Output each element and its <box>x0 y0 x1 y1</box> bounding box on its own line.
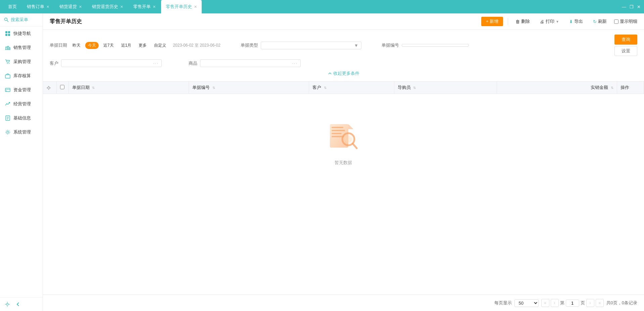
col-doc-date[interactable]: 单据日期 ⇅ <box>68 82 189 94</box>
svg-rect-3 <box>8 31 10 33</box>
sidebar-item-sales-label: 销售管理 <box>13 45 31 51</box>
sidebar-collapse-btn[interactable] <box>15 302 21 307</box>
sidebar-item-purchase-mgmt[interactable]: 采购管理 <box>0 55 43 69</box>
display-detail-checkbox[interactable] <box>614 19 618 24</box>
doc-no-input[interactable] <box>402 44 469 47</box>
system-icon <box>5 129 11 135</box>
first-page-btn[interactable]: « <box>541 299 549 307</box>
col-settings[interactable] <box>43 82 56 94</box>
col-settings-icon <box>46 86 51 90</box>
page-di-label: 第 <box>560 300 564 306</box>
add-button[interactable]: + 新增 <box>481 17 503 26</box>
tab-roh-close[interactable]: ✕ <box>194 5 197 9</box>
col-customer[interactable]: 客户 ⇅ <box>309 82 394 94</box>
sidebar-item-basic-info[interactable]: 基础信息 <box>0 111 43 125</box>
sort-customer[interactable]: ⇅ <box>324 86 327 90</box>
pagination-nav: « ‹ 第 页 › » <box>541 299 604 307</box>
sales-mgmt-icon <box>5 45 11 51</box>
tab-retail-open[interactable]: 零售开单 ✕ <box>129 0 160 13</box>
tab-sales-order-close[interactable]: ✕ <box>46 5 49 9</box>
toolbar: + 新增 🗑 删除 🖨 打印 ▼ ⬇ 导出 ↻ 刷新 <box>481 17 637 26</box>
sidebar: 搜索采单 快捷导航 销售管理 采购管理 库存核算 <box>0 13 43 311</box>
prev-page-btn[interactable]: ‹ <box>551 299 559 307</box>
print-icon: 🖨 <box>540 19 544 24</box>
tab-ro-label: 零售开单 <box>133 4 151 10</box>
minimize-btn[interactable]: — <box>622 4 626 9</box>
svg-line-27 <box>353 144 357 148</box>
tab-sales-return-close[interactable]: ✕ <box>79 5 82 9</box>
date-btn-more[interactable]: 更多 <box>136 42 149 49</box>
per-page-select[interactable]: 50 10 20 100 <box>514 299 539 307</box>
sidebar-item-sales-mgmt[interactable]: 销售管理 <box>0 41 43 55</box>
col-amount-label: 实销金额 <box>591 85 608 90</box>
tab-ro-close[interactable]: ✕ <box>153 5 156 9</box>
sidebar-search[interactable]: 搜索采单 <box>0 13 43 27</box>
svg-point-19 <box>48 87 50 89</box>
svg-rect-5 <box>8 34 10 36</box>
last-page-btn[interactable]: » <box>596 299 604 307</box>
collapse-bar[interactable]: 收起更多条件 <box>50 70 637 76</box>
svg-point-7 <box>7 63 8 64</box>
goods-input[interactable]: ··· <box>200 59 301 67</box>
doc-type-filter-group: 单据类型 ▼ <box>241 42 361 49</box>
sort-guide[interactable]: ⇅ <box>413 86 416 90</box>
query-button[interactable]: 查询 <box>614 35 637 45</box>
doc-type-select[interactable]: ▼ <box>261 42 361 49</box>
date-btn-7days[interactable]: 近7天 <box>101 42 116 49</box>
print-button[interactable]: 🖨 打印 ▼ <box>537 17 562 26</box>
tab-home[interactable]: 首页 <box>3 0 21 13</box>
sidebar-item-inventory[interactable]: 库存核算 <box>0 69 43 83</box>
sort-amount[interactable]: ⇅ <box>611 86 613 90</box>
tab-srh-close[interactable]: ✕ <box>120 5 123 9</box>
col-doc-no[interactable]: 单据编号 ⇅ <box>189 82 309 94</box>
svg-rect-10 <box>5 88 10 92</box>
date-options: 昨天 今天 近7天 近1月 更多 自定义 <box>70 42 169 49</box>
tab-home-label: 首页 <box>8 4 17 10</box>
main-layout: 搜索采单 快捷导航 销售管理 采购管理 库存核算 <box>0 13 644 311</box>
tab-sales-return[interactable]: 销货退货 ✕ <box>55 0 87 13</box>
pagination-total: 共0页，0条记录 <box>606 300 637 306</box>
col-guide[interactable]: 导购员 ⇅ <box>394 82 497 94</box>
svg-rect-9 <box>5 75 10 78</box>
settings-button[interactable]: 设置 <box>614 46 637 56</box>
goods-label: 商品 <box>189 60 197 66</box>
page-header: 零售开单历史 + 新增 🗑 删除 🖨 打印 ▼ ⬇ 导出 ↻ <box>43 13 644 30</box>
sidebar-settings-btn[interactable] <box>5 302 10 307</box>
svg-point-12 <box>6 91 7 91</box>
col-amount[interactable]: 实销金额 ⇅ <box>497 82 617 94</box>
select-all-checkbox[interactable] <box>60 85 64 89</box>
svg-point-0 <box>5 18 7 21</box>
sort-doc-no[interactable]: ⇅ <box>212 86 215 90</box>
sidebar-item-basic-label: 基础信息 <box>13 115 31 121</box>
svg-point-17 <box>7 131 9 133</box>
sidebar-item-quick-nav[interactable]: 快捷导航 <box>0 27 43 41</box>
empty-state: 暂无数据 <box>43 94 644 193</box>
close-btn[interactable]: ✕ <box>637 4 641 9</box>
collapse-icon <box>328 71 332 75</box>
maximize-btn[interactable]: ❐ <box>630 4 634 9</box>
export-button[interactable]: ⬇ 导出 <box>566 17 586 26</box>
col-checkbox[interactable] <box>56 82 68 94</box>
date-btn-today[interactable]: 今天 <box>85 42 99 49</box>
refresh-button[interactable]: ↻ 刷新 <box>590 17 609 26</box>
customer-dots: ··· <box>153 61 159 66</box>
customer-input[interactable]: ··· <box>61 59 162 67</box>
sidebar-item-operations[interactable]: 经营管理 <box>0 97 43 111</box>
col-doc-no-label: 单据编号 <box>192 85 210 90</box>
date-btn-1month[interactable]: 近1月 <box>118 42 134 49</box>
date-btn-custom[interactable]: 自定义 <box>151 42 169 49</box>
sidebar-item-system[interactable]: 系统管理 <box>0 125 43 139</box>
sidebar-item-finance[interactable]: 资金管理 <box>0 83 43 97</box>
export-icon: ⬇ <box>569 19 573 24</box>
date-btn-yesterday[interactable]: 昨天 <box>70 42 83 49</box>
tab-sales-return-history[interactable]: 销货退货历史 ✕ <box>87 0 128 13</box>
goods-filter-group: 商品 ··· <box>189 59 301 67</box>
tab-retail-open-history[interactable]: 零售开单历史 ✕ <box>161 0 202 13</box>
delete-button[interactable]: 🗑 删除 <box>513 17 533 26</box>
next-page-btn[interactable]: › <box>586 299 594 307</box>
svg-rect-2 <box>5 31 7 33</box>
display-detail-toggle[interactable]: 显示明细 <box>614 18 637 24</box>
tab-sales-order[interactable]: 销售订单 ✕ <box>22 0 54 13</box>
sort-doc-date[interactable]: ⇅ <box>92 86 95 90</box>
page-number-input[interactable] <box>566 300 579 307</box>
